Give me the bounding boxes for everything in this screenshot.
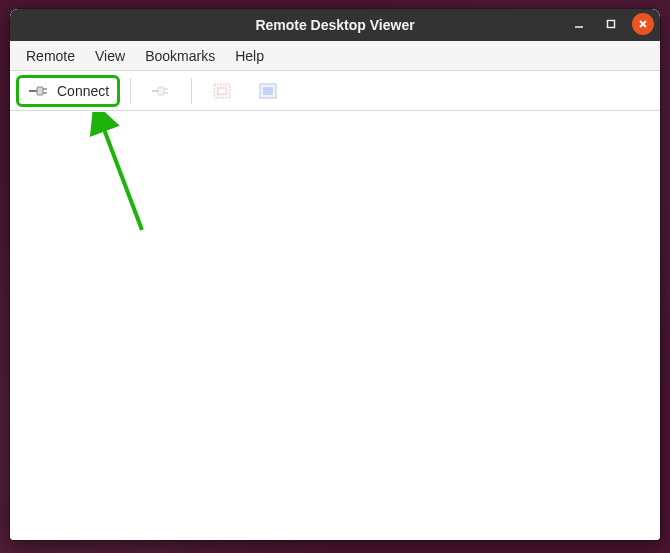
toolbar-separator	[130, 78, 131, 104]
toolbar: Connect	[10, 71, 660, 111]
connect-button[interactable]: Connect	[16, 75, 120, 107]
disconnect-button	[141, 75, 181, 107]
connect-button-label: Connect	[57, 83, 109, 99]
close-button[interactable]	[632, 13, 654, 35]
toolbar-separator	[191, 78, 192, 104]
fullscreen-icon	[211, 80, 233, 102]
scale-button	[248, 75, 288, 107]
menu-bookmarks[interactable]: Bookmarks	[135, 41, 225, 70]
fullscreen-button	[202, 75, 242, 107]
titlebar: Remote Desktop Viewer	[10, 9, 660, 41]
menu-help[interactable]: Help	[225, 41, 274, 70]
disconnect-plug-icon	[150, 80, 172, 102]
svg-rect-11	[218, 88, 226, 94]
maximize-button[interactable]	[600, 13, 622, 35]
content-area	[10, 111, 660, 540]
connect-plug-icon	[27, 80, 49, 102]
svg-rect-4	[37, 87, 43, 95]
app-window: Remote Desktop Viewer Remote View Bookma…	[10, 9, 660, 540]
window-controls	[568, 13, 654, 35]
minimize-button[interactable]	[568, 13, 590, 35]
menubar: Remote View Bookmarks Help	[10, 41, 660, 71]
menu-remote[interactable]: Remote	[16, 41, 85, 70]
svg-rect-1	[608, 21, 615, 28]
window-title: Remote Desktop Viewer	[255, 17, 414, 33]
scale-icon	[257, 80, 279, 102]
menu-view[interactable]: View	[85, 41, 135, 70]
svg-rect-13	[263, 87, 273, 95]
svg-rect-7	[158, 87, 164, 95]
